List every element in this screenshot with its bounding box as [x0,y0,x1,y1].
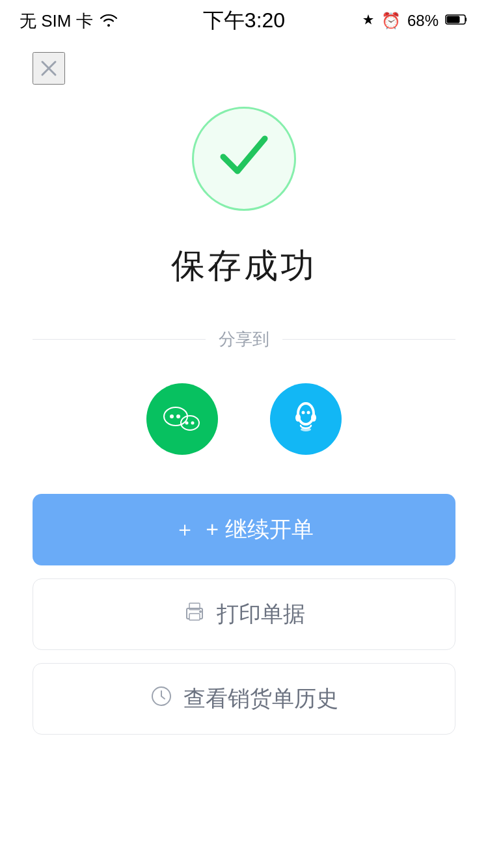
history-label: 查看销货单历史 [183,684,338,714]
alarm-icon: ⏰ [381,12,401,30]
battery-percent: 68% [407,12,439,30]
print-button[interactable]: 打印单据 [33,578,455,650]
status-right: ⏰ 68% [362,12,468,30]
wechat-share-button[interactable] [146,383,218,455]
printer-icon [183,601,206,628]
svg-point-8 [185,422,189,425]
svg-point-9 [191,422,195,425]
continue-order-button[interactable]: ＋ + 继续开单 [33,494,455,565]
share-divider: 分享到 [0,328,488,351]
print-label: 打印单据 [217,599,305,629]
svg-point-15 [311,414,316,422]
sim-status: 无 SIM 卡 [20,10,93,33]
svg-point-14 [295,414,301,422]
svg-point-16 [301,427,311,431]
check-icon [218,132,270,186]
svg-rect-1 [447,16,460,23]
divider-left [33,339,206,340]
clock-icon [150,685,173,713]
svg-point-12 [302,411,305,414]
status-time: 下午3:20 [203,7,285,35]
wifi-icon [100,11,118,31]
location-icon [362,12,375,30]
plus-icon: ＋ [174,515,195,544]
svg-point-13 [307,411,310,414]
share-label: 分享到 [206,328,282,351]
qq-share-button[interactable] [270,383,342,455]
main-content: 保存成功 分享到 [0,42,488,735]
svg-point-20 [199,610,202,613]
action-buttons: ＋ + 继续开单 打印单据 查看销货单历 [0,494,488,735]
history-button[interactable]: 查看销货单历史 [33,663,455,735]
status-left: 无 SIM 卡 [20,10,118,33]
close-button[interactable] [33,52,65,85]
svg-point-5 [170,414,174,418]
divider-right [282,339,455,340]
share-icons [146,383,342,455]
svg-point-6 [176,414,180,418]
success-circle [192,107,296,211]
svg-point-4 [164,407,187,426]
battery-icon [445,12,468,30]
status-bar: 无 SIM 卡 下午3:20 ⏰ 68% [0,0,488,42]
continue-order-label: + 继续开单 [206,515,313,545]
svg-point-11 [299,405,312,423]
svg-rect-18 [189,614,200,620]
success-title: 保存成功 [171,243,317,289]
share-section: 分享到 [0,328,488,455]
